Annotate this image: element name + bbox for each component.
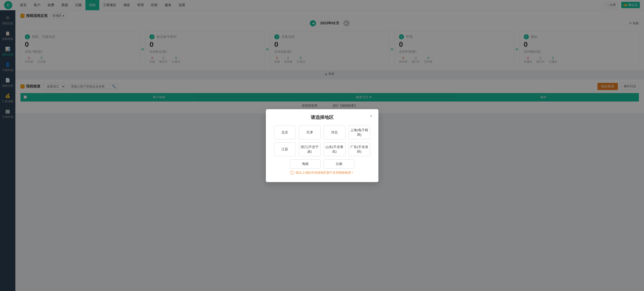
- region-btn-广东(不含深圳)[interactable]: 广东(不含深圳): [348, 142, 370, 156]
- region-btn-江苏[interactable]: 江苏: [274, 142, 296, 156]
- warn-icon: !: [290, 171, 294, 175]
- modal-close-button[interactable]: ×: [368, 113, 374, 119]
- region-grid-row2: 江苏浙江(不含宁波)山东(不含青岛)广东(不含深圳): [274, 142, 370, 156]
- region-grid-row1: 北京天津河北上海(电子税局): [274, 126, 370, 139]
- region-btn-上海(电子税局)[interactable]: 上海(电子税局): [348, 126, 370, 139]
- region-btn-山东(不含青岛)[interactable]: 山东(不含青岛): [324, 142, 345, 156]
- modal-body: 北京天津河北上海(电子税局) 江苏浙江(不含宁波)山东(不含青岛)广东(不含深圳…: [266, 124, 378, 182]
- modal-warning: ! 除以上地区外其他地区暂不支持报税检查！: [274, 171, 370, 176]
- modal-header: 请选择地区 ×: [266, 109, 378, 124]
- modal-title: 请选择地区: [272, 114, 372, 120]
- region-btn-河北[interactable]: 河北: [324, 126, 345, 139]
- modal-overlay[interactable]: 请选择地区 × 北京天津河北上海(电子税局) 江苏浙江(不含宁波)山东(不含青岛…: [0, 0, 644, 291]
- region-btn-云南[interactable]: 云南: [324, 159, 354, 169]
- region-grid-row3: 海南云南: [274, 159, 370, 169]
- region-btn-海南[interactable]: 海南: [290, 159, 321, 169]
- region-btn-天津[interactable]: 天津: [299, 126, 321, 139]
- region-select-modal: 请选择地区 × 北京天津河北上海(电子税局) 江苏浙江(不含宁波)山东(不含青岛…: [266, 109, 378, 182]
- region-btn-浙江(不含宁波)[interactable]: 浙江(不含宁波): [299, 142, 321, 156]
- region-btn-北京[interactable]: 北京: [274, 126, 296, 139]
